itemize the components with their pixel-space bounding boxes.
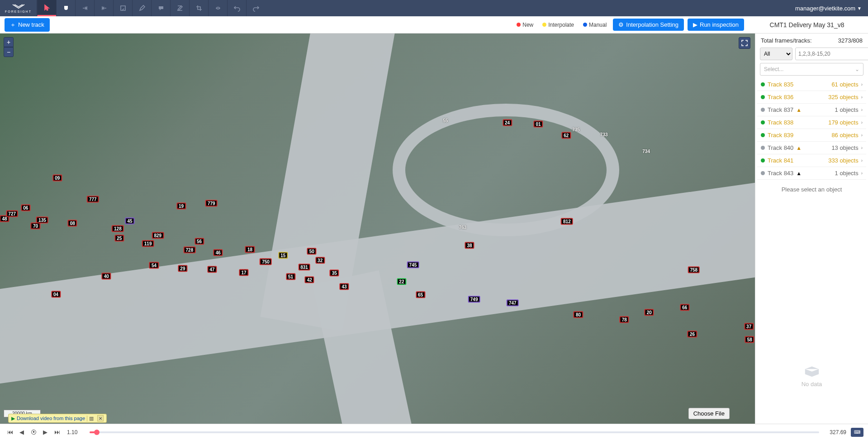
annotation-marker[interactable]: 119	[142, 240, 154, 247]
annotation-marker[interactable]: 18	[245, 246, 255, 253]
choose-file-button[interactable]: Choose File	[688, 408, 730, 419]
skip-fwd-button[interactable]: ⏭	[52, 427, 62, 438]
annotation-marker[interactable]: 20	[645, 309, 654, 316]
annotation-marker[interactable]: 80	[574, 311, 583, 318]
track-row[interactable]: Track 838 179 objects ›	[757, 116, 866, 129]
annotation-marker[interactable]: 19	[176, 203, 186, 210]
status-dot	[761, 146, 765, 150]
annotation-marker[interactable]: 749	[468, 296, 480, 303]
zoom-in-button[interactable]: +	[4, 37, 14, 47]
filter-mode-select[interactable]: All	[760, 48, 792, 60]
tool-link-fwd[interactable]	[75, 0, 94, 16]
annotation-marker[interactable]: 17	[239, 269, 249, 276]
annotation-marker[interactable]: 758	[688, 267, 700, 273]
annotation-marker[interactable]: 42	[305, 276, 314, 283]
annotation-marker[interactable]: 04	[51, 291, 61, 297]
tool-crop[interactable]	[189, 0, 208, 16]
zoom-out-button[interactable]: −	[4, 47, 14, 57]
annotation-marker[interactable]: 70	[31, 222, 40, 229]
download-banner[interactable]: ▶ Download video from this page ▥ ✕	[8, 414, 107, 423]
step-fwd-button[interactable]: ▶	[40, 427, 51, 438]
annotation-marker[interactable]: 777	[87, 196, 99, 203]
annotation-marker[interactable]: 15	[278, 252, 288, 258]
tool-edit[interactable]	[170, 0, 189, 16]
annotation-marker[interactable]: 40	[102, 273, 111, 280]
skip-back-button[interactable]: ⏮	[5, 427, 15, 438]
annotation-marker[interactable]: 22	[397, 278, 406, 285]
banner-options-icon[interactable]: ▥	[87, 416, 94, 421]
annotation-marker[interactable]: 55	[441, 118, 450, 124]
annotation-marker[interactable]: 50	[307, 248, 317, 254]
tool-break[interactable]	[208, 0, 227, 16]
new-track-button[interactable]: ＋ New track	[5, 18, 50, 32]
annotation-marker[interactable]: 38	[465, 242, 474, 249]
annotation-marker[interactable]: 47	[207, 266, 217, 273]
annotation-marker[interactable]: 750	[260, 258, 272, 265]
annotation-marker[interactable]: 733	[598, 132, 610, 138]
tool-cursor[interactable]	[37, 0, 56, 16]
annotation-marker[interactable]: 06	[21, 205, 30, 211]
tool-pen[interactable]	[132, 0, 151, 16]
track-row[interactable]: Track 843▲ 1 objects ›	[757, 167, 866, 180]
interpolation-setting-button[interactable]: ⚙ Interpolation Setting	[613, 19, 684, 31]
annotation-marker[interactable]: 128	[112, 225, 124, 232]
tool-undo[interactable]	[227, 0, 246, 16]
track-row[interactable]: Track 840▲ 13 objects ›	[757, 142, 866, 154]
annotation-marker[interactable]: 735	[570, 127, 582, 133]
annotation-marker[interactable]: 779	[205, 200, 218, 206]
step-back-button[interactable]: ◀	[16, 427, 27, 438]
annotation-marker[interactable]: 65	[416, 291, 425, 298]
annotation-marker[interactable]: 24	[503, 119, 512, 126]
annotation-marker[interactable]: 734	[640, 148, 652, 154]
annotation-marker[interactable]: 09	[52, 174, 62, 181]
annotation-marker[interactable]: 66	[680, 304, 689, 311]
playhead[interactable]	[94, 430, 100, 435]
annotation-marker[interactable]: 763	[457, 225, 469, 230]
annotation-marker[interactable]: 56	[194, 238, 204, 244]
annotation-marker[interactable]: 45	[125, 217, 135, 224]
tool-magnet[interactable]	[56, 0, 75, 16]
annotation-marker[interactable]: 32	[315, 257, 325, 263]
annotation-marker[interactable]: 747	[507, 299, 519, 306]
annotation-marker[interactable]: 26	[688, 330, 697, 337]
annotation-marker[interactable]: 78	[620, 316, 629, 323]
annotation-marker[interactable]: 812	[561, 218, 573, 225]
annotation-marker[interactable]: 728	[184, 247, 196, 253]
annotation-marker[interactable]: 29	[178, 265, 187, 272]
fullscreen-button[interactable]	[739, 37, 750, 49]
tool-box[interactable]	[113, 0, 132, 16]
annotation-marker[interactable]: 46	[213, 249, 223, 256]
annotation-marker[interactable]: 727	[6, 210, 18, 217]
track-row[interactable]: Track 841 333 objects ›	[757, 154, 866, 167]
annotation-marker[interactable]: 54	[149, 262, 159, 269]
annotation-marker[interactable]: 08	[68, 220, 77, 226]
annotation-marker[interactable]: 58	[745, 336, 754, 343]
annotation-marker[interactable]: 831	[298, 264, 310, 271]
play-button[interactable]: ⦿	[28, 427, 39, 438]
annotation-marker[interactable]: 62	[561, 132, 571, 139]
timeline-slider[interactable]	[90, 431, 819, 433]
app-logo[interactable]: FORESIGHT	[0, 0, 37, 16]
track-row[interactable]: Track 836 325 objects ›	[757, 91, 866, 104]
annotation-marker[interactable]: 829	[152, 232, 164, 239]
tool-redo[interactable]	[246, 0, 265, 16]
user-menu[interactable]: manager@vietkite.com ▼	[789, 5, 868, 12]
annotation-marker[interactable]: 35	[330, 270, 339, 277]
tool-link-back[interactable]	[94, 0, 113, 16]
annotation-canvas[interactable]: + − 20000 km Choose File 097777791948727…	[0, 33, 755, 424]
track-row[interactable]: Track 835 61 objects ›	[757, 78, 866, 91]
annotation-marker[interactable]: 25	[114, 234, 124, 241]
track-row[interactable]: Track 839 86 objects ›	[757, 129, 866, 142]
annotation-marker[interactable]: 01	[533, 120, 543, 127]
banner-close-icon[interactable]: ✕	[97, 415, 104, 421]
keyboard-shortcuts-button[interactable]: ⌨	[851, 428, 863, 437]
track-search[interactable]: Select... ⌄	[760, 63, 863, 76]
filter-ids-input[interactable]	[795, 48, 868, 60]
annotation-marker[interactable]: 745	[407, 262, 419, 268]
annotation-marker[interactable]: 51	[286, 273, 295, 280]
track-row[interactable]: Track 837▲ 1 objects ›	[757, 104, 866, 116]
tool-comment[interactable]	[151, 0, 170, 16]
run-inspection-button[interactable]: ▶ Run inspection	[688, 19, 744, 31]
annotation-marker[interactable]: 37	[744, 323, 754, 330]
annotation-marker[interactable]: 43	[340, 283, 349, 290]
